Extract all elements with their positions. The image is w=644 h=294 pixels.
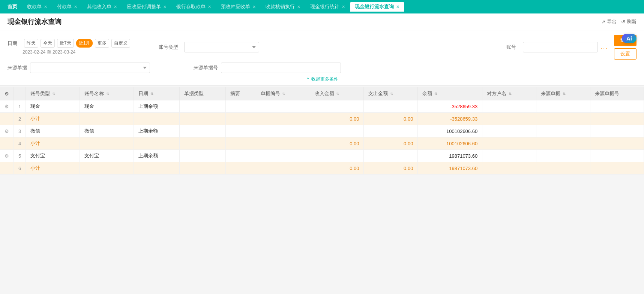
nav-tab[interactable]: 银行存取款单✕ [172,2,216,12]
table-header-row: ⚙账号类型 ⇅账号名称 ⇅日期 ⇅单据类型摘要单据编号 ⇅收入金额 ⇅支出金额 … [0,87,644,100]
account-type-select[interactable] [184,42,259,52]
nav-tab[interactable]: 其他收入单✕ [83,2,122,12]
cell-date [134,162,180,175]
column-header-source_doc[interactable]: 来源单据 ⇅ [536,87,590,100]
cell-gear [0,113,14,125]
cell-account-name: 微信 [80,125,134,137]
cell-source-doc [536,150,590,162]
column-header-doc_no[interactable]: 单据编号 ⇅ [256,87,310,100]
cell-account-type: 现金 [26,100,80,113]
date-shortcut-btn[interactable]: 近7天 [57,39,74,48]
source-doc-select[interactable] [30,63,150,73]
data-table-container: ⚙账号类型 ⇅账号名称 ⇅日期 ⇅单据类型摘要单据编号 ⇅收入金额 ⇅支出金额 … [0,87,644,175]
sort-icon: ⇅ [282,92,285,96]
cell-summary [225,162,256,175]
cell-source-doc-no [590,100,644,113]
table-row: ⚙3微信微信上期余额100102606.60 [0,125,644,137]
cell-income [310,100,364,113]
row-gear-icon[interactable]: ⚙ [5,128,9,134]
column-header-account_type[interactable]: 账号类型 ⇅ [26,87,80,100]
column-header-income[interactable]: 收入金额 ⇅ [310,87,364,100]
export-button[interactable]: ↗ 导出 [601,18,617,25]
cell-account-name: 支付宝 [80,150,134,162]
cell-index: 4 [14,137,26,150]
column-header-counterpart[interactable]: 对方户名 ⇅ [482,87,536,100]
cell-doc-type [180,137,225,150]
cell-account-type: 小计 [26,113,80,125]
cell-doc-no [256,137,310,150]
nav-tab[interactable]: 预收冲应收单✕ [216,2,260,12]
tab-close-icon[interactable]: ✕ [114,4,117,9]
export-icon: ↗ [601,19,605,25]
cell-doc-no [256,125,310,137]
tab-close-icon[interactable]: ✕ [252,4,256,9]
date-filter-group: 日期 昨天今天近7天近1月更多自定义 2023-02-24 至 2023-03-… [8,39,130,55]
cell-counterpart [482,113,536,125]
collapse-button[interactable]: ⌃ 收起更多条件 [306,76,338,82]
cell-account-name [80,113,134,125]
nav-tab[interactable]: 现金银行统计✕ [306,2,350,12]
column-header-account_name[interactable]: 账号名称 ⇅ [80,87,134,100]
filter-area: 日期 昨天今天近7天近1月更多自定义 2023-02-24 至 2023-03-… [0,30,644,86]
row-gear-icon[interactable]: ⚙ [5,153,9,159]
cell-source-doc-no [590,137,644,150]
nav-tab[interactable]: 现金银行流水查询✕ [350,2,404,12]
cell-source-doc [536,162,590,175]
tab-close-icon[interactable]: ✕ [208,4,211,9]
column-header-expense[interactable]: 支出金额 ⇅ [364,87,418,100]
account-ellipsis-button[interactable]: ... [601,44,608,51]
column-header-doc_type: 单据类型 [180,87,225,100]
date-shortcut-btn[interactable]: 自定义 [111,39,130,48]
date-shortcut-btn[interactable]: 昨天 [24,39,38,48]
cell-counterpart [482,125,536,137]
cell-account-type: 小计 [26,162,80,175]
cell-gear [0,162,14,175]
tab-close-icon[interactable]: ✕ [44,4,47,9]
tab-close-icon[interactable]: ✕ [74,4,77,9]
source-doc-label: 来源单据 [8,64,27,71]
gear-icon[interactable]: ⚙ [5,91,9,97]
date-shortcuts: 昨天今天近7天近1月更多自定义 [24,39,130,48]
tab-close-icon[interactable]: ✕ [396,4,399,9]
cell-doc-no [256,113,310,125]
row-gear-icon[interactable]: ⚙ [5,104,9,109]
cell-balance: 100102606.60 [418,125,482,137]
sort-icon: ⇅ [336,92,339,96]
ai-assistant-button[interactable]: Ai [622,34,636,43]
column-header-date[interactable]: 日期 ⇅ [134,87,180,100]
column-header-gear[interactable]: ⚙ [0,87,14,100]
account-input[interactable] [523,42,598,52]
source-doc-group: 来源单据 [8,63,165,73]
refresh-button[interactable]: ↺ 刷新 [621,18,636,25]
cell-index: 1 [14,100,26,113]
cell-doc-type [180,150,225,162]
cell-income [310,125,364,137]
source-doc-no-label: 来源单据号 [194,64,218,71]
cell-income: 0.00 [310,162,364,175]
source-doc-no-input[interactable] [221,63,341,73]
cell-counterpart [482,137,536,150]
cell-doc-no [256,162,310,175]
column-header-balance[interactable]: 余额 ⇅ [418,87,482,100]
date-shortcut-btn[interactable]: 今天 [41,39,55,48]
table-row: 2小计0.000.00-3528659.33 [0,113,644,125]
nav-tab[interactable]: 应收应付调整单✕ [122,2,171,12]
table-row: 6小计0.000.0019871073.60 [0,162,644,175]
cell-account-name [80,162,134,175]
cell-income [310,150,364,162]
nav-tab[interactable]: 收款单✕ [23,2,52,12]
nav-tab[interactable]: 收款核销执行✕ [261,2,305,12]
tab-close-icon[interactable]: ✕ [297,4,300,9]
column-header-index [14,87,26,100]
nav-tab[interactable]: 付款单✕ [53,2,82,12]
tab-close-icon[interactable]: ✕ [342,4,345,9]
tab-close-icon[interactable]: ✕ [163,4,167,9]
date-shortcut-btn[interactable]: 近1月 [76,39,93,48]
date-shortcut-btn[interactable]: 更多 [95,39,109,48]
cell-source-doc [536,113,590,125]
filter-row-1: 日期 昨天今天近7天近1月更多自定义 2023-02-24 至 2023-03-… [8,35,636,60]
cell-source-doc [536,137,590,150]
nav-home[interactable]: 首页 [3,2,22,12]
settings-button[interactable]: 设置 [614,48,636,60]
cell-account-name [80,137,134,150]
